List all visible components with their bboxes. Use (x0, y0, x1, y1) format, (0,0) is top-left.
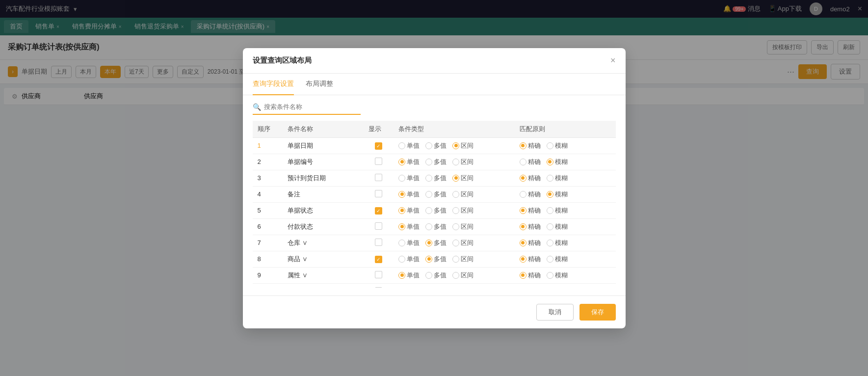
condition-search-input[interactable] (264, 103, 352, 109)
modal-header: 设置查询区域布局 × (243, 48, 626, 74)
tab-layout-adjust-label: 布局调整 (306, 80, 333, 87)
modal-close-button[interactable]: × (610, 56, 616, 65)
modal-overlay: 设置查询区域布局 × 查询字段设置 布局调整 🔍 (0, 0, 868, 109)
tab-query-fields[interactable]: 查询字段设置 (253, 74, 294, 95)
search-icon: 🔍 (253, 103, 261, 109)
modal-title: 设置查询区域布局 (253, 56, 312, 65)
tab-query-fields-label: 查询字段设置 (253, 80, 294, 87)
modal-body: 🔍 顺序 条件名称 显示 条件类型 匹配原则 (243, 95, 626, 109)
modal-tabs: 查询字段设置 布局调整 (243, 74, 626, 95)
settings-modal: 设置查询区域布局 × 查询字段设置 布局调整 🔍 (243, 48, 626, 109)
condition-search-box: 🔍 (253, 103, 361, 109)
tab-layout-adjust[interactable]: 布局调整 (306, 74, 333, 95)
